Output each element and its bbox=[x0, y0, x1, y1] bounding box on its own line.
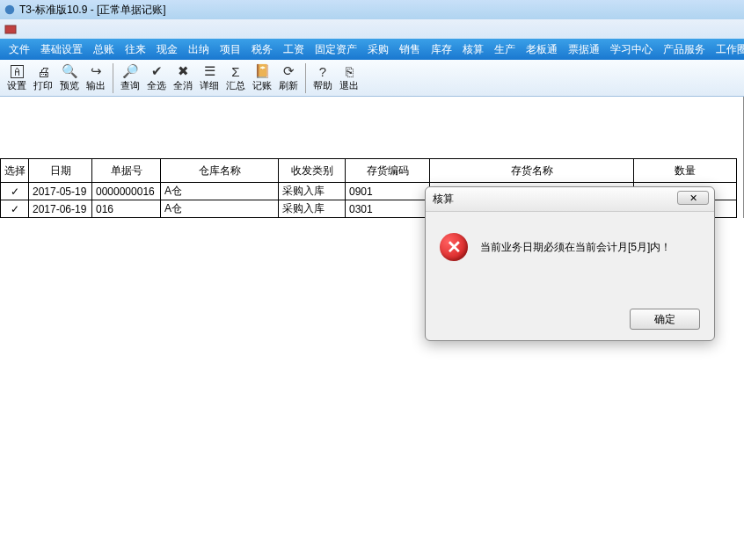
tool-label: 设置 bbox=[7, 79, 26, 92]
menu-item[interactable]: 采购 bbox=[362, 42, 394, 57]
dialog-title-text: 核算 bbox=[433, 192, 454, 207]
detail-button[interactable]: ☰详细 bbox=[196, 62, 222, 95]
menu-item[interactable]: 出纳 bbox=[183, 42, 215, 57]
cell-type: 采购入库 bbox=[278, 200, 345, 218]
menu-item[interactable]: 总账 bbox=[88, 42, 120, 57]
cell-docno: 016 bbox=[91, 200, 160, 218]
menu-item[interactable]: 文件 bbox=[4, 42, 35, 57]
tool-label: 预览 bbox=[60, 79, 79, 92]
menu-item[interactable]: 基础设置 bbox=[35, 42, 88, 57]
preview-button[interactable]: 🔍预览 bbox=[56, 62, 83, 95]
tool-label: 全选 bbox=[147, 79, 166, 92]
cell-stockcode: 0901 bbox=[345, 183, 429, 200]
settings-icon: 🄰 bbox=[9, 63, 25, 79]
window-titlebar: T3-标准版10.9 - [正常单据记账] bbox=[0, 0, 744, 19]
tool-label: 退出 bbox=[339, 79, 359, 92]
cell-warehouse: A仓 bbox=[160, 200, 278, 218]
cell-select: ✓ bbox=[0, 200, 28, 218]
tool-label: 打印 bbox=[33, 79, 53, 92]
menu-item[interactable]: 项目 bbox=[215, 42, 246, 57]
module-icon bbox=[4, 22, 18, 36]
help-button[interactable]: ?帮助 bbox=[310, 62, 336, 95]
menubar: 文件基础设置总账往来现金出纳项目税务工资固定资产采购销售库存核算生产老板通票据通… bbox=[0, 39, 744, 60]
export-button[interactable]: ↪输出 bbox=[83, 62, 109, 95]
menu-item[interactable]: 库存 bbox=[426, 42, 457, 57]
menu-item[interactable]: 老板通 bbox=[521, 42, 563, 57]
menu-item[interactable]: 工资 bbox=[278, 42, 310, 57]
toolbar-separator bbox=[305, 63, 306, 93]
svg-rect-1 bbox=[5, 25, 16, 33]
exit-button[interactable]: ⎘退出 bbox=[336, 62, 362, 95]
menu-item[interactable]: 工作圈 bbox=[711, 42, 744, 57]
menu-item[interactable]: 现金 bbox=[151, 42, 183, 57]
col-stockcode: 存货编码 bbox=[345, 158, 429, 183]
app-icon bbox=[4, 4, 16, 16]
svg-point-0 bbox=[5, 5, 15, 15]
dialog-footer: 确定 bbox=[630, 309, 700, 330]
grid-header: 选择 日期 单据号 仓库名称 收发类别 存货编码 存货名称 数量 bbox=[0, 158, 743, 183]
deselect-all-icon: ✖ bbox=[175, 63, 191, 79]
exit-icon: ⎘ bbox=[341, 63, 357, 79]
cell-date: 2017-06-19 bbox=[28, 200, 91, 218]
dialog-body: ✕ 当前业务日期必须在当前会计月[5月]内！ bbox=[426, 212, 714, 282]
checkmark-icon: ✓ bbox=[11, 203, 19, 215]
ok-button[interactable]: 确定 bbox=[630, 309, 700, 330]
dialog-close-button[interactable]: ✕ bbox=[677, 191, 709, 205]
preview-icon: 🔍 bbox=[62, 63, 77, 79]
settings-button[interactable]: 🄰设置 bbox=[4, 62, 30, 95]
col-select: 选择 bbox=[0, 158, 28, 183]
export-icon: ↪ bbox=[88, 63, 104, 79]
col-date: 日期 bbox=[28, 158, 91, 183]
cell-date: 2017-05-19 bbox=[28, 183, 91, 200]
print-button[interactable]: 🖨打印 bbox=[30, 62, 56, 95]
menu-item[interactable]: 生产 bbox=[489, 42, 521, 57]
detail-icon: ☰ bbox=[201, 63, 217, 79]
select-all-icon: ✔ bbox=[149, 63, 164, 79]
cell-select: ✓ bbox=[0, 183, 28, 200]
dialog-titlebar[interactable]: 核算 ✕ bbox=[426, 187, 714, 212]
print-icon: 🖨 bbox=[35, 63, 51, 79]
tool-label: 汇总 bbox=[226, 79, 245, 92]
help-icon: ? bbox=[315, 63, 331, 79]
refresh-button[interactable]: ⟳刷新 bbox=[275, 62, 302, 95]
menu-item[interactable]: 销售 bbox=[394, 42, 426, 57]
toolbar: 🄰设置🖨打印🔍预览↪输出🔎查询✔全选✖全消☰详细Σ汇总📔记账⟳刷新?帮助⎘退出 bbox=[0, 60, 744, 97]
col-qty: 数量 bbox=[633, 158, 737, 183]
select-all-button[interactable]: ✔全选 bbox=[143, 62, 170, 95]
cell-type: 采购入库 bbox=[278, 183, 345, 200]
cell-warehouse: A仓 bbox=[160, 183, 278, 200]
tool-label: 刷新 bbox=[279, 79, 298, 92]
menu-item[interactable]: 税务 bbox=[246, 42, 278, 57]
col-warehouse: 仓库名称 bbox=[160, 158, 278, 183]
post-button[interactable]: 📔记账 bbox=[249, 62, 275, 95]
post-icon: 📔 bbox=[254, 63, 270, 79]
summary-button[interactable]: Σ汇总 bbox=[222, 62, 249, 95]
deselect-all-button[interactable]: ✖全消 bbox=[170, 62, 196, 95]
toolbar-separator bbox=[113, 63, 113, 93]
menu-item[interactable]: 票据通 bbox=[563, 42, 605, 57]
tool-label: 记账 bbox=[252, 79, 272, 92]
window-title: T3-标准版10.9 - [正常单据记账] bbox=[19, 3, 166, 18]
secondary-bar bbox=[0, 19, 744, 39]
menu-item[interactable]: 固定资产 bbox=[310, 42, 362, 57]
close-icon: ✕ bbox=[689, 193, 697, 204]
content-gap bbox=[0, 97, 744, 158]
error-icon: ✕ bbox=[440, 233, 468, 261]
tool-label: 查询 bbox=[120, 79, 140, 92]
menu-item[interactable]: 学习中心 bbox=[605, 42, 658, 57]
query-icon: 🔎 bbox=[122, 63, 138, 79]
dialog-message: 当前业务日期必须在当前会计月[5月]内！ bbox=[480, 240, 671, 255]
checkmark-icon: ✓ bbox=[11, 185, 19, 198]
menu-item[interactable]: 核算 bbox=[457, 42, 489, 57]
summary-icon: Σ bbox=[228, 63, 244, 79]
menu-item[interactable]: 往来 bbox=[120, 42, 151, 57]
tool-label: 帮助 bbox=[313, 79, 332, 92]
menu-item[interactable]: 产品服务 bbox=[658, 42, 711, 57]
query-button[interactable]: 🔎查询 bbox=[117, 62, 143, 95]
tool-label: 详细 bbox=[200, 79, 219, 92]
col-docno: 单据号 bbox=[91, 158, 160, 183]
cell-stockcode: 0301 bbox=[345, 200, 429, 218]
col-stockname: 存货名称 bbox=[429, 158, 633, 183]
cell-docno: 0000000016 bbox=[91, 183, 160, 200]
col-type: 收发类别 bbox=[278, 158, 345, 183]
